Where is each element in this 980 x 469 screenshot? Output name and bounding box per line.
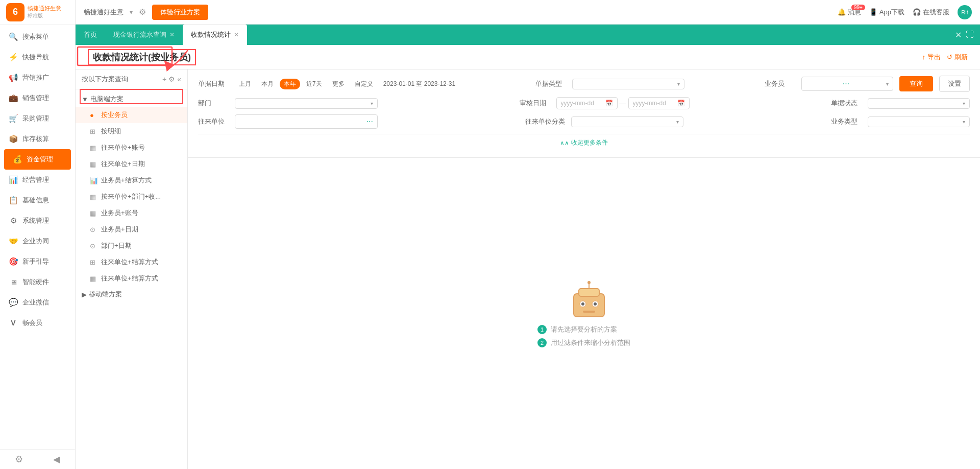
sidebar-item-basic[interactable]: 📋 基础信息 <box>0 190 75 210</box>
main-area: 畅捷通好生意 ▾ ⚙ 体验行业方案 🔔 消息 99+ 📱 App下载 🎧 在线客… <box>76 0 980 469</box>
shortcut-this-month[interactable]: 本月 <box>257 79 278 89</box>
add-scheme-button[interactable]: + <box>162 75 166 83</box>
collapse-more-conditions[interactable]: ∧∧ 收起更多条件 <box>198 134 970 151</box>
inventory-icon: 📦 <box>8 134 18 144</box>
sidebar-item-operation[interactable]: 📊 经营管理 <box>0 170 75 190</box>
tab-bank-close[interactable]: ✕ <box>169 31 175 38</box>
type-dropdown[interactable]: ▾ <box>572 79 684 89</box>
shortcut-this-year[interactable]: 本年 <box>280 79 300 89</box>
bill-status-dropdown[interactable]: ▾ <box>868 98 970 109</box>
tab-collection-close[interactable]: ✕ <box>234 31 239 38</box>
salesperson-more-icon[interactable]: ··· <box>843 79 849 88</box>
trial-button[interactable]: 体验行业方案 <box>152 5 208 20</box>
header-settings-icon[interactable]: ⚙ <box>139 7 146 17</box>
date-label: 单据日期 <box>198 79 229 88</box>
group-collapse-icon: ▶ <box>82 291 87 298</box>
app-download-action[interactable]: 📱 App下载 <box>869 8 904 17</box>
sidebar-item-guide[interactable]: 🎯 新手引导 <box>0 251 75 272</box>
filter-row-dept: 部门 ▾ 审核日期 yyyy-mm-dd 📅 — <box>198 97 970 109</box>
online-service-action[interactable]: 🎧 在线客服 <box>913 8 949 17</box>
tab-collection[interactable]: 收款情况统计 ✕ <box>183 25 247 45</box>
scheme-sales-settlement[interactable]: 📊 业务员+结算方式 <box>76 172 187 189</box>
scheme-partner-settlement1[interactable]: ⊞ 往来单位+结算方式 <box>76 254 187 270</box>
scheme-partner-dept[interactable]: ▦ 按来单位+部门+收... <box>76 189 187 205</box>
scheme-tree: ▼ 电脑端方案 ● 按业务员 ⊞ 按明细 ▦ 往来单位+账号 <box>76 89 187 469</box>
tab-home[interactable]: 首页 <box>76 25 105 45</box>
tab-bank[interactable]: 现金银行流水查询 ✕ <box>105 25 183 45</box>
shortcut-last-7-days[interactable]: 近7天 <box>302 79 326 89</box>
sidebar-item-wechat[interactable]: 💬 企业微信 <box>0 292 75 313</box>
sidebar-nav: 🔍 搜索菜单 ⚡ 快捷导航 📢 营销推广 💼 销售管理 🛒 采购管理 📦 库存核… <box>0 25 75 449</box>
svg-point-8 <box>587 281 591 284</box>
partner-settlement2-icon: ▦ <box>90 275 98 283</box>
purchase-icon: 🛒 <box>8 113 18 124</box>
tab-close-all-icon[interactable]: ✕ <box>955 30 962 40</box>
review-date-start[interactable]: yyyy-mm-dd 📅 <box>556 97 618 109</box>
empty-state: 1 请先选择要分析的方案 2 用过滤条件来缩小分析范围 <box>188 158 980 469</box>
avatar[interactable]: Rit <box>958 5 972 19</box>
partner-dots-icon[interactable]: ··· <box>366 117 373 126</box>
export-icon: ↑ <box>922 53 926 61</box>
detail-scheme-icon: ⊞ <box>90 128 98 135</box>
content-area: 按以下方案查询 + ⚙ « ▼ 电脑端方案 ● 按业务员 <box>76 69 980 469</box>
page-actions: ↑ 导出 ↺ 刷新 <box>922 53 968 62</box>
scheme-salesperson[interactable]: ● 按业务员 <box>76 107 187 123</box>
sidebar-item-system[interactable]: ⚙ 系统管理 <box>0 210 75 231</box>
top-header: 畅捷通好生意 ▾ ⚙ 体验行业方案 🔔 消息 99+ 📱 App下载 🎧 在线客… <box>76 0 980 25</box>
sidebar-item-search[interactable]: 🔍 搜索菜单 <box>0 27 75 47</box>
filter-area: 单据日期 上月 本月 本年 近7天 更多 自定义 2023-01-01 至 20… <box>188 69 980 158</box>
dept-label: 部门 <box>198 99 229 108</box>
partner-dropdown[interactable]: ··· <box>235 114 378 129</box>
scheme-partner-date[interactable]: ▦ 往来单位+日期 <box>76 156 187 172</box>
partner-category-dropdown[interactable]: ▾ <box>571 116 683 127</box>
sidebar-item-marketing[interactable]: 📢 营销推广 <box>0 67 75 88</box>
header-right: 🔔 消息 99+ 📱 App下载 🎧 在线客服 Rit <box>838 5 972 19</box>
sales-date-icon: ⊙ <box>90 226 98 233</box>
partner-label: 往来单位 <box>198 117 229 126</box>
desktop-scheme-group[interactable]: ▼ 电脑端方案 <box>76 91 187 107</box>
scheme-detail[interactable]: ⊞ 按明细 <box>76 123 187 139</box>
scheme-settings-icon[interactable]: ⚙ <box>168 75 175 83</box>
collapse-sidebar-icon[interactable]: ◀ <box>53 454 60 465</box>
shortcut-custom[interactable]: 自定义 <box>351 79 377 89</box>
scheme-partner-account[interactable]: ▦ 往来单位+账号 <box>76 139 187 156</box>
tab-maximize-icon[interactable]: ⛶ <box>966 30 974 39</box>
settings-bottom-icon[interactable]: ⚙ <box>15 454 23 465</box>
dept-date-icon: ⊙ <box>90 242 98 250</box>
right-panel: 单据日期 上月 本月 本年 近7天 更多 自定义 2023-01-01 至 20… <box>188 69 980 469</box>
scheme-partner-settlement2[interactable]: ▦ 往来单位+结算方式 <box>76 270 187 287</box>
query-button[interactable]: 查询 <box>899 76 933 91</box>
business-type-dropdown[interactable]: ▾ <box>868 116 970 127</box>
scheme-sales-date[interactable]: ⊙ 业务员+日期 <box>76 221 187 238</box>
shortcut-last-month[interactable]: 上月 <box>235 79 255 89</box>
message-action[interactable]: 🔔 消息 99+ <box>838 8 861 17</box>
sidebar-item-finance[interactable]: 💰 资金管理 <box>4 149 71 170</box>
sidebar-item-enterprise[interactable]: 🤝 企业协同 <box>0 231 75 251</box>
sidebar-item-sales[interactable]: 💼 销售管理 <box>0 88 75 108</box>
settings-button[interactable]: 设置 <box>939 76 970 92</box>
collapse-panel-icon[interactable]: « <box>177 75 181 83</box>
sidebar-item-quicknav[interactable]: ⚡ 快捷导航 <box>0 47 75 67</box>
partner-settlement1-icon: ⊞ <box>90 259 98 266</box>
workspace-name: 畅捷通好生意 <box>84 8 124 17</box>
export-button[interactable]: ↑ 导出 <box>922 53 941 62</box>
shortcut-more[interactable]: 更多 <box>328 79 349 89</box>
review-date-end[interactable]: yyyy-mm-dd 📅 <box>628 97 690 109</box>
salesperson-dropdown-arrow: ▾ <box>886 81 889 87</box>
hardware-icon: 🖥 <box>8 277 18 287</box>
left-panel-header: 按以下方案查询 + ⚙ « <box>76 69 187 89</box>
partner-category-label: 往来单位分类 <box>525 117 565 126</box>
sidebar-item-purchase[interactable]: 🛒 采购管理 <box>0 108 75 129</box>
scheme-sales-account[interactable]: ▦ 业务员+账号 <box>76 205 187 221</box>
sidebar-item-hardware[interactable]: 🖥 智能硬件 <box>0 272 75 292</box>
mobile-scheme-group[interactable]: ▶ 移动端方案 <box>76 287 187 302</box>
sidebar-item-inventory[interactable]: 📦 库存核算 <box>0 129 75 149</box>
sidebar-item-member[interactable]: V 畅会员 <box>0 313 75 333</box>
dept-dropdown[interactable]: ▾ <box>235 98 378 109</box>
refresh-button[interactable]: ↺ 刷新 <box>947 53 968 62</box>
filter-row-partner: 往来单位 ··· 往来单位分类 ▾ 业务类型 <box>198 114 970 129</box>
workspace-dropdown-icon[interactable]: ▾ <box>130 9 133 16</box>
salesperson-dropdown[interactable]: ··· ▾ <box>801 77 893 91</box>
mobile-group-title-label: 移动端方案 <box>89 290 122 299</box>
scheme-dept-date[interactable]: ⊙ 部门+日期 <box>76 238 187 254</box>
